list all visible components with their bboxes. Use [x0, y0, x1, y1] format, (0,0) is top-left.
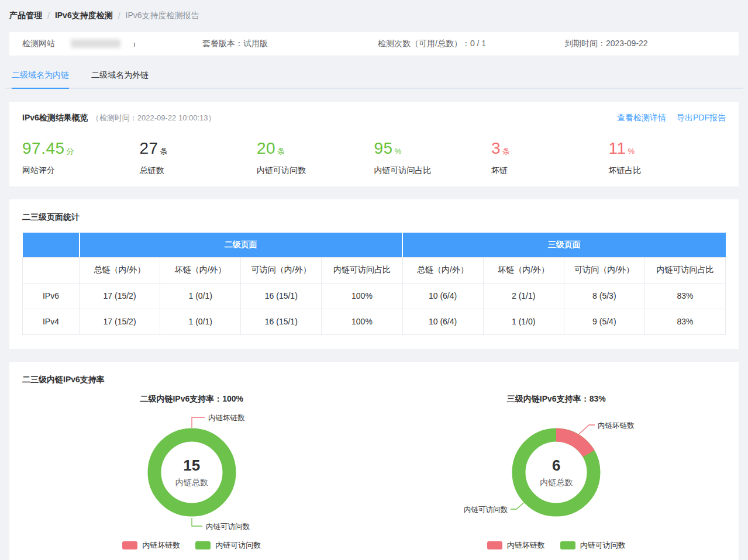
donut-total-label: 内链总数 [540, 478, 573, 488]
col-header-broken-l3: 坏链（内/外） [483, 257, 564, 283]
stat-internal-accessible: 20条 内链可访问数 [257, 139, 374, 176]
cell: 17 (15/2) [80, 309, 160, 334]
stat-unit: 条 [160, 147, 168, 155]
cell: 10 (6/4) [402, 309, 483, 334]
tab-bar: 二级域名为内链 二级域名为外链 [5, 65, 743, 89]
site-value-fragment: ı [133, 32, 136, 56]
legend-label-accessible: 内链可访问数 [215, 540, 261, 551]
chart-level2-internal: 二级内链IPv6支持率：100% 内链坏链数 内链可访问数 15 内链总数 [9, 394, 374, 551]
cell: 1 (0/1) [160, 309, 241, 334]
cell: 100% [322, 309, 402, 334]
ipv6-support-rate-card: 二三级内链IPv6支持率 二级内链IPv6支持率：100% 内链坏链数 内链可访… [9, 362, 739, 560]
chart-level3-title: 三级内链IPv6支持率：83% [374, 394, 739, 405]
legend-swatch-broken [122, 541, 137, 549]
site-value-redacted [71, 39, 120, 48]
legend-label-broken: 内链坏链数 [507, 540, 545, 551]
table-row-ipv4: IPv4 17 (15/2) 1 (0/1) 16 (15/1) 100% 10… [23, 309, 726, 334]
callout-broken-label: 内链坏链数 [598, 421, 635, 429]
stat-broken-ratio: 11% 坏链占比 [609, 139, 726, 176]
stat-broken-links: 3条 坏链 [491, 139, 609, 176]
stat-value: 20 [257, 139, 275, 157]
overview-stats: 97.45分 网站评分 27条 总链数 20条 内链可访问数 95% 内链可访问… [22, 139, 726, 176]
donut-total-value: 6 [540, 457, 573, 475]
breadcrumb-item-product-management[interactable]: 产品管理 [9, 11, 42, 21]
stat-label: 内链可访问数 [257, 165, 374, 176]
breadcrumb-item-report: IPv6支持度检测报告 [126, 11, 199, 21]
stat-value: 27 [140, 139, 158, 157]
cell: 9 (5/4) [564, 309, 644, 334]
stat-label: 内链可访问占比 [374, 165, 492, 176]
stat-website-score: 97.45分 网站评分 [22, 139, 140, 176]
stat-value: 3 [491, 139, 501, 157]
legend-item-broken[interactable]: 内链坏链数 [122, 540, 180, 551]
col-header-accessible-l2: 可访问（内/外） [241, 257, 322, 283]
donut-total-label: 内链总数 [175, 478, 208, 488]
overview-title: IPv6检测结果概览 [22, 113, 88, 123]
stat-label: 坏链 [491, 165, 609, 176]
cell: 10 (6/4) [402, 283, 483, 309]
col-header-ratio-l3: 内链可访问占比 [644, 257, 725, 283]
legend-item-broken[interactable]: 内链坏链数 [487, 540, 545, 551]
col-header-ratio-l2: 内链可访问占比 [322, 257, 402, 283]
stat-unit: % [628, 147, 635, 155]
callout-accessible-label: 内链可访问数 [206, 522, 250, 530]
callout-broken-label: 内链坏链数 [208, 413, 245, 421]
info-bar: 检测网站 ı 套餐版本：试用版 检测次数（可用/总数）：0 / 1 到期时间：2… [9, 32, 739, 56]
stat-label: 网站评分 [22, 165, 140, 176]
detection-time: （检测时间：2022-09-22 10:00:13） [92, 113, 617, 123]
overview-card: IPv6检测结果概览 （检测时间：2022-09-22 10:00:13） 查看… [9, 102, 739, 186]
table-row-ipv6: IPv6 17 (15/2) 1 (0/1) 16 (15/1) 100% 10… [23, 283, 726, 309]
donut-center-level2: 15 内链总数 [175, 457, 208, 488]
stat-unit: 分 [67, 147, 75, 155]
stat-label: 总链数 [140, 165, 257, 176]
tab-subdomain-external[interactable]: 二级域名为外链 [91, 65, 149, 89]
group-header-level2: 二级页面 [80, 233, 403, 257]
legend-level2: 内链坏链数 内链可访问数 [9, 540, 374, 551]
expiry-date: 到期时间：2023-09-22 [565, 32, 648, 56]
site-label: 检测网站 [22, 32, 55, 56]
page-statistics-table: 二级页面 三级页面 总链（内/外） 坏链（内/外） 可访问（内/外） 内链可访问… [22, 233, 726, 335]
col-header-total-l2: 总链（内/外） [80, 257, 160, 283]
chart-level3-internal: 三级内链IPv6支持率：83% 内链坏链数 内链可访问数 6 内链总数 [374, 394, 739, 551]
detection-count: 检测次数（可用/总数）：0 / 1 [378, 32, 486, 56]
stat-unit: % [395, 147, 402, 155]
legend-label-accessible: 内链可访问数 [580, 540, 626, 551]
legend-swatch-accessible [195, 541, 211, 549]
legend-item-accessible[interactable]: 内链可访问数 [560, 540, 626, 551]
cell: 17 (15/2) [80, 283, 160, 309]
donut-total-value: 15 [175, 457, 208, 475]
legend-swatch-accessible [560, 541, 575, 549]
breadcrumb-separator: / [47, 11, 50, 20]
stat-value: 11 [609, 139, 626, 157]
stat-unit: 条 [277, 147, 285, 155]
legend-item-accessible[interactable]: 内链可访问数 [195, 540, 261, 551]
corner-header-cell [23, 233, 80, 257]
stat-total-links: 27条 总链数 [140, 139, 257, 176]
row-name-header [23, 257, 80, 283]
view-details-link[interactable]: 查看检测详情 [617, 113, 666, 123]
cell: 1 (0/1) [160, 283, 241, 309]
stat-internal-accessible-ratio: 95% 内链可访问占比 [374, 139, 492, 176]
export-pdf-link[interactable]: 导出PDF报告 [677, 113, 726, 123]
legend-swatch-broken [487, 541, 502, 549]
cell: 16 (15/1) [241, 309, 322, 334]
cell: 83% [644, 283, 725, 309]
row-name: IPv4 [23, 309, 80, 334]
plan-version: 套餐版本：试用版 [202, 32, 268, 56]
col-header-accessible-l3: 可访问（内/外） [564, 257, 644, 283]
cell: 2 (1/1) [483, 283, 564, 309]
stat-value: 95 [374, 139, 393, 157]
group-header-level3: 三级页面 [402, 233, 726, 257]
tab-subdomain-internal[interactable]: 二级域名为内链 [12, 65, 69, 89]
col-header-total-l3: 总链（内/外） [402, 257, 483, 283]
stat-unit: 条 [502, 147, 511, 155]
legend-level3: 内链坏链数 内链可访问数 [374, 540, 739, 551]
chart-level2-title: 二级内链IPv6支持率：100% [9, 394, 374, 405]
donut-center-level3: 6 内链总数 [540, 457, 573, 488]
callout-accessible-label: 内链可访问数 [464, 505, 508, 513]
stat-value: 97.45 [22, 139, 65, 157]
legend-label-broken: 内链坏链数 [142, 540, 180, 551]
breadcrumb-item-ipv6-detection[interactable]: IPv6支持度检测 [55, 11, 113, 21]
cell: 83% [644, 309, 725, 334]
cell: 16 (15/1) [241, 283, 322, 309]
